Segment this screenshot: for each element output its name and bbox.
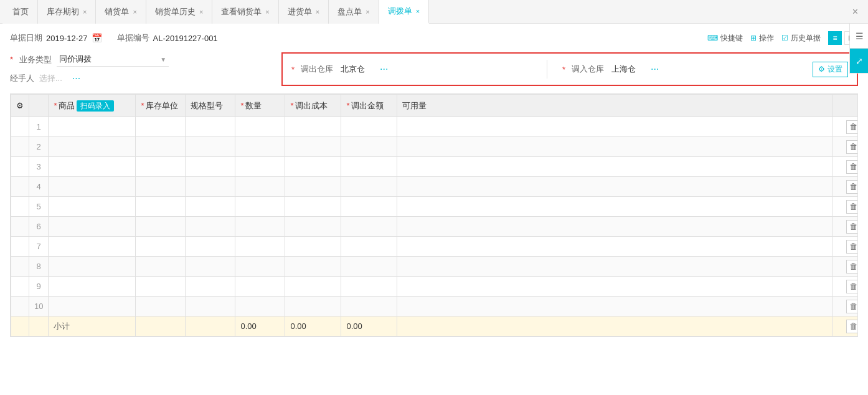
row-spec[interactable] bbox=[186, 257, 235, 277]
tab-transfer[interactable]: 调拨单 × bbox=[379, 0, 429, 24]
row-unit[interactable] bbox=[136, 237, 186, 257]
in-warehouse-more-icon[interactable]: ··· bbox=[651, 64, 659, 75]
row-qty[interactable] bbox=[235, 217, 285, 237]
row-cost[interactable] bbox=[285, 237, 341, 257]
row-amount[interactable] bbox=[341, 217, 397, 237]
row-product[interactable] bbox=[49, 117, 136, 137]
shortcuts-button[interactable]: ⌨ 快捷键 bbox=[707, 33, 743, 44]
row-unit[interactable] bbox=[136, 217, 186, 237]
row-available[interactable] bbox=[397, 117, 833, 137]
tab-home[interactable]: 首页 bbox=[2, 0, 38, 24]
delete-row-icon[interactable]: 🗑 bbox=[846, 160, 858, 174]
row-cost[interactable] bbox=[285, 117, 341, 137]
sidebar-list-icon[interactable]: ☰ bbox=[850, 24, 868, 49]
row-available[interactable] bbox=[397, 137, 833, 157]
delete-row-icon[interactable]: 🗑 bbox=[846, 300, 858, 313]
row-unit[interactable] bbox=[136, 316, 186, 336]
row-product[interactable] bbox=[49, 157, 136, 177]
row-unit[interactable] bbox=[136, 137, 186, 157]
history-button[interactable]: ☑ 历史单据 bbox=[781, 33, 821, 44]
row-spec[interactable] bbox=[186, 177, 235, 197]
row-qty[interactable] bbox=[235, 137, 285, 157]
row-unit[interactable] bbox=[136, 117, 186, 137]
row-cost[interactable] bbox=[285, 217, 341, 237]
biz-type-select[interactable]: 同价调拨 ▼ bbox=[57, 52, 169, 67]
operations-button[interactable]: ⊞ 操作 bbox=[750, 33, 774, 44]
row-cost[interactable] bbox=[285, 297, 341, 316]
sidebar-expand-icon[interactable]: ⤢ bbox=[850, 49, 868, 74]
row-qty[interactable] bbox=[235, 257, 285, 277]
row-unit[interactable] bbox=[136, 277, 186, 297]
tab-close-sales-history[interactable]: × bbox=[199, 8, 203, 16]
row-available[interactable] bbox=[397, 237, 833, 257]
row-spec[interactable] bbox=[186, 157, 235, 177]
calendar-icon[interactable]: 📅 bbox=[92, 33, 102, 43]
tab-close-stocktake[interactable]: × bbox=[366, 8, 369, 16]
row-product[interactable] bbox=[49, 237, 136, 257]
person-select[interactable]: 选择... bbox=[39, 73, 62, 84]
tab-sales-history[interactable]: 销货单历史 × bbox=[146, 0, 212, 24]
row-available[interactable] bbox=[397, 297, 833, 316]
row-cost[interactable]: 0.00 bbox=[285, 316, 341, 336]
tab-stocktake[interactable]: 盘点单 × bbox=[329, 0, 379, 24]
delete-row-icon[interactable]: 🗑 bbox=[846, 280, 858, 293]
row-amount[interactable] bbox=[341, 157, 397, 177]
row-available[interactable] bbox=[397, 197, 833, 217]
delete-row-icon[interactable]: 🗑 bbox=[846, 240, 858, 254]
settings-button[interactable]: ⚙ 设置 bbox=[813, 62, 848, 77]
row-spec[interactable] bbox=[186, 316, 235, 336]
row-product[interactable] bbox=[49, 297, 136, 316]
row-unit[interactable] bbox=[136, 197, 186, 217]
row-spec[interactable] bbox=[186, 117, 235, 137]
row-unit[interactable] bbox=[136, 157, 186, 177]
tab-sales-order[interactable]: 销货单 × bbox=[96, 0, 146, 24]
delete-row-icon[interactable]: 🗑 bbox=[846, 120, 858, 134]
row-spec[interactable] bbox=[186, 297, 235, 316]
row-qty[interactable]: 0.00 bbox=[235, 316, 285, 336]
scan-entry-button[interactable]: 扫码录入 bbox=[77, 100, 114, 112]
row-qty[interactable] bbox=[235, 157, 285, 177]
row-amount[interactable] bbox=[341, 257, 397, 277]
row-product[interactable] bbox=[49, 137, 136, 157]
row-unit[interactable] bbox=[136, 177, 186, 197]
row-amount[interactable] bbox=[341, 297, 397, 316]
row-product[interactable] bbox=[49, 197, 136, 217]
row-product[interactable] bbox=[49, 177, 136, 197]
out-warehouse-more-icon[interactable]: ··· bbox=[380, 64, 388, 75]
row-spec[interactable] bbox=[186, 137, 235, 157]
th-gear[interactable]: ⚙ bbox=[11, 95, 29, 117]
row-product[interactable] bbox=[49, 257, 136, 277]
delete-row-icon[interactable]: 🗑 bbox=[846, 220, 858, 234]
row-qty[interactable] bbox=[235, 237, 285, 257]
close-all-tabs-button[interactable]: × bbox=[847, 6, 863, 17]
row-product[interactable] bbox=[49, 277, 136, 297]
tab-close-sales[interactable]: × bbox=[133, 8, 136, 16]
delete-row-icon[interactable]: 🗑 bbox=[846, 180, 858, 194]
row-available[interactable] bbox=[397, 157, 833, 177]
tab-close-view-sales[interactable]: × bbox=[265, 8, 269, 16]
row-available[interactable] bbox=[397, 316, 833, 336]
row-product[interactable]: 小计 bbox=[49, 316, 136, 336]
row-amount[interactable] bbox=[341, 277, 397, 297]
tab-view-sales[interactable]: 查看销货单 × bbox=[212, 0, 278, 24]
row-qty[interactable] bbox=[235, 277, 285, 297]
delete-row-icon[interactable]: 🗑 bbox=[846, 320, 858, 333]
layout-list-icon[interactable]: ≡ bbox=[828, 31, 842, 45]
row-cost[interactable] bbox=[285, 137, 341, 157]
person-more-icon[interactable]: ··· bbox=[72, 73, 80, 84]
row-unit[interactable] bbox=[136, 257, 186, 277]
row-spec[interactable] bbox=[186, 197, 235, 217]
row-amount[interactable] bbox=[341, 177, 397, 197]
row-amount[interactable] bbox=[341, 237, 397, 257]
row-spec[interactable] bbox=[186, 277, 235, 297]
row-cost[interactable] bbox=[285, 277, 341, 297]
row-available[interactable] bbox=[397, 277, 833, 297]
row-qty[interactable] bbox=[235, 297, 285, 316]
tab-inventory-init[interactable]: 库存期初 × bbox=[38, 0, 96, 24]
row-cost[interactable] bbox=[285, 177, 341, 197]
row-qty[interactable] bbox=[235, 117, 285, 137]
row-spec[interactable] bbox=[186, 237, 235, 257]
tab-purchase[interactable]: 进货单 × bbox=[279, 0, 329, 24]
row-cost[interactable] bbox=[285, 157, 341, 177]
delete-row-icon[interactable]: 🗑 bbox=[846, 200, 858, 214]
